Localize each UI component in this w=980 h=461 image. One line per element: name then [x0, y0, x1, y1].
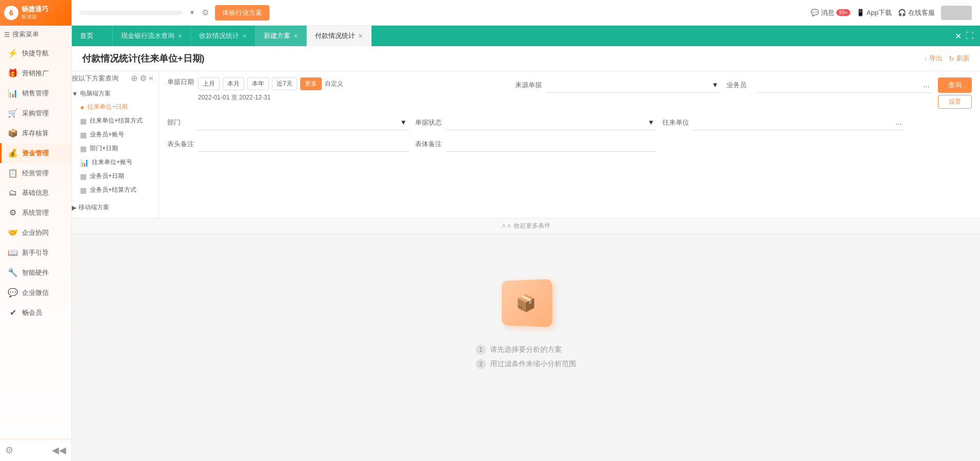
tab-new-scheme[interactable]: 新建方案 ✕ [256, 26, 307, 46]
sidebar-nav: ⚡快捷导航🎁营销推广📊销售管理🛒采购管理📦库存核算💰资金管理📋经营管理🗂基础信息… [0, 43, 71, 439]
online-service-btn[interactable]: 🎧 在线客服 [898, 8, 935, 17]
export-btn[interactable]: ↑ 导出 [924, 54, 943, 63]
settings-icon[interactable]: ⚙ [5, 445, 13, 456]
scheme-item-staff-settle[interactable]: ▦ 业务员+结算方式 [72, 183, 153, 197]
sidebar-item-hardware[interactable]: 🔧智能硬件 [0, 263, 71, 283]
collapse-sidebar-icon[interactable]: ◀◀ [52, 445, 66, 456]
nav-icon-inventory: 📦 [8, 128, 18, 138]
settings-btn[interactable]: 设置 [938, 95, 972, 109]
scheme-item-partner-account[interactable]: 📊 往来单位+账号 [72, 155, 153, 169]
tabbar-end-actions: ✕ ⛶ [949, 26, 980, 46]
sidebar-item-operations[interactable]: 📋经营管理 [0, 163, 71, 183]
online-service-label: 在线客服 [908, 8, 935, 17]
tab-payment-stats[interactable]: 付款情况统计 ✕ [307, 26, 371, 46]
sidebar-item-marketing[interactable]: 🎁营销推广 [0, 63, 71, 83]
page-header-actions: ↑ 导出 ↻ 刷新 [924, 54, 970, 63]
tab-new-scheme-close[interactable]: ✕ [293, 33, 298, 39]
note-head-label: 表头备注 [167, 139, 194, 149]
manage-scheme-btn[interactable]: ⚙ [140, 73, 147, 83]
tab-bank-flow[interactable]: 现金银行流水查询 ✕ [113, 26, 191, 46]
staff-filter: 业务员 … [727, 77, 932, 93]
sidebar-item-system[interactable]: ⚙系统管理 [0, 203, 71, 223]
nav-label-system: 系统管理 [22, 208, 49, 217]
date-7days-btn[interactable]: 近7天 [272, 77, 297, 90]
tab-bank-flow-close[interactable]: ✕ [178, 33, 182, 39]
sidebar-item-wechat[interactable]: 💬企业微信 [0, 283, 71, 303]
filter-panel: 按以下方案查询 ⊕ ⚙ « ▼ 电脑端方案 ● [72, 71, 980, 234]
filter-row-2: 部门 ▼ 单据状态 ▼ [167, 115, 972, 130]
note-head-filter: 表头备注 [167, 136, 409, 152]
industry-btn[interactable]: 体验行业方案 [215, 5, 269, 21]
partner-select[interactable]: … [693, 115, 904, 130]
sidebar-item-finance[interactable]: 💰资金管理 [0, 143, 71, 163]
message-btn[interactable]: 💬 消息 99+ [811, 8, 850, 17]
scheme-item-partner-settle[interactable]: ▦ 往来单位+结算方式 [72, 114, 153, 128]
search-icon: ☰ [4, 31, 10, 38]
export-label: 导出 [929, 54, 943, 63]
collapse-label: 收起更多条件 [514, 222, 551, 229]
doc-status-select[interactable]: ▼ [446, 115, 657, 130]
app-download-btn[interactable]: 📱 App下载 [856, 8, 892, 17]
tip-num-2: 2 [476, 359, 486, 369]
note-head-input[interactable] [198, 136, 409, 152]
scheme-item-partner-date[interactable]: ● 往来单位+日期 [72, 100, 153, 114]
tab-close-all-btn[interactable]: ✕ [955, 31, 962, 41]
nav-label-hardware: 智能硬件 [22, 268, 49, 277]
page-header: 付款情况统计(往来单位+日期) ↑ 导出 ↻ 刷新 [72, 46, 980, 71]
note-body-input[interactable] [446, 136, 657, 152]
nav-label-member: 畅会员 [22, 308, 42, 317]
source-select[interactable]: ▼ [546, 77, 720, 93]
scheme-item-label: 部门+日期 [90, 144, 118, 153]
collapse-conditions-btn[interactable]: ∧∧ 收起更多条件 [72, 218, 980, 233]
scheme-item-dept-date[interactable]: ▦ 部门+日期 [72, 142, 153, 155]
dept-filter: 部门 ▼ [167, 115, 409, 130]
nav-icon-marketing: 🎁 [8, 68, 18, 78]
date-this-year-btn[interactable]: 本年 [247, 77, 269, 90]
user-avatar[interactable] [941, 6, 972, 20]
sidebar-item-guide[interactable]: 📖新手引导 [0, 243, 71, 263]
scheme-icon: ▦ [80, 131, 87, 139]
tab-receipt-stats[interactable]: 收款情况统计 ✕ [191, 26, 256, 46]
scheme-item-staff-date[interactable]: ▦ 业务员+日期 [72, 169, 153, 183]
scheme-item-label: 业务员+账号 [90, 130, 124, 139]
staff-select[interactable]: … [756, 77, 932, 93]
query-btn[interactable]: 查询 [938, 77, 972, 93]
tab-receipt-stats-label: 收款情况统计 [199, 31, 239, 41]
sidebar-brand: 畅捷通巧 标准版 [22, 5, 48, 21]
tab-home[interactable]: 首页 [72, 26, 113, 46]
empty-icon: 📦 [495, 275, 557, 336]
refresh-btn[interactable]: ↻ 刷新 [949, 54, 970, 63]
dropdown-icon[interactable]: ▼ [189, 9, 195, 16]
date-last-month-btn[interactable]: 上月 [198, 77, 220, 90]
sidebar-item-inventory[interactable]: 📦库存核算 [0, 123, 71, 143]
tab-receipt-stats-close[interactable]: ✕ [242, 33, 247, 39]
tab-home-label: 首页 [80, 31, 93, 41]
mobile-scheme-label[interactable]: ▶ 移动端方案 [72, 201, 153, 214]
date-more-btn[interactable]: 更多 [300, 77, 322, 90]
dept-select[interactable]: ▼ [197, 115, 409, 130]
sidebar-item-basic[interactable]: 🗂基础信息 [0, 183, 71, 203]
date-filter-group: 单据日期 上月 本月 本年 近7天 更多 自定义 20 [167, 77, 509, 102]
add-scheme-btn[interactable]: ⊕ [131, 73, 138, 83]
dept-select-arrow: ▼ [400, 118, 407, 126]
main-content: ▼ ⚙ 体验行业方案 💬 消息 99+ 📱 App下载 🎧 在线客服 首页 [72, 0, 980, 461]
empty-tip-1: 1 请先选择要分析的方案 [476, 345, 576, 355]
sidebar-item-purchase[interactable]: 🛒采购管理 [0, 103, 71, 123]
tab-payment-stats-close[interactable]: ✕ [358, 33, 363, 39]
sidebar-item-sales[interactable]: 📊销售管理 [0, 83, 71, 103]
tab-fullscreen-btn[interactable]: ⛶ [966, 31, 974, 41]
date-custom-label[interactable]: 自定义 [325, 79, 343, 88]
search-menu[interactable]: ☰ 搜索菜单 [0, 26, 71, 43]
address-bar[interactable] [80, 11, 183, 15]
sidebar-item-quick-nav[interactable]: ⚡快捷导航 [0, 43, 71, 63]
scheme-item-staff-account[interactable]: ▦ 业务员+账号 [72, 128, 153, 142]
collapse-scheme-btn[interactable]: « [149, 73, 153, 83]
settings-topbar-icon[interactable]: ⚙ [202, 8, 209, 17]
sidebar-item-enterprise[interactable]: 🤝企业协同 [0, 223, 71, 243]
nav-icon-finance: 💰 [8, 148, 18, 158]
date-this-month-btn[interactable]: 本月 [223, 77, 244, 90]
scheme-icon: ▦ [80, 186, 87, 194]
desktop-scheme-label[interactable]: ▼ 电脑端方案 [72, 87, 153, 100]
sidebar-item-member[interactable]: ✔畅会员 [0, 303, 71, 323]
filter-fields: 单据日期 上月 本月 本年 近7天 更多 自定义 20 [159, 71, 980, 218]
